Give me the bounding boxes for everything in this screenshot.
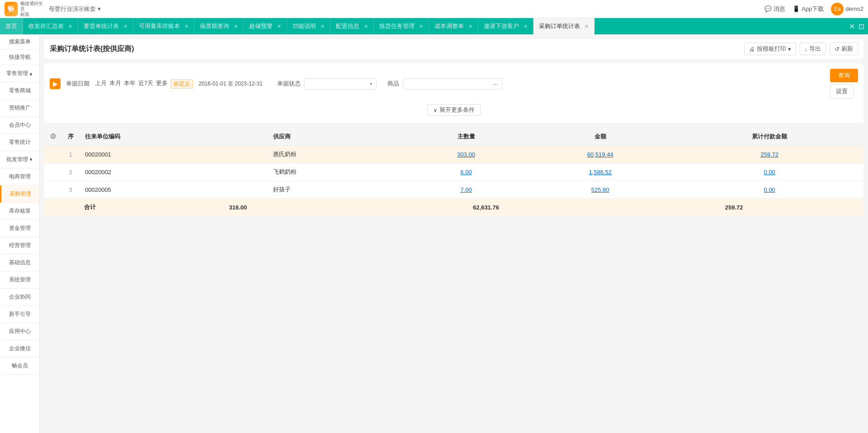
expand-conditions-row: ∨ 展开更多条件 [50,102,858,118]
tab-bar-end: ✕ ⊡ [845,22,868,31]
goods-more-icon[interactable]: ··· [493,81,498,87]
goods-input[interactable]: ··· [403,78,502,90]
row-amount[interactable]: 60,519.44 [525,146,675,163]
table-header: ⚙ 序 往来单位编码 供应商 主数量 金额 累计付款金额 [44,128,863,146]
sidebar-item-basic-info[interactable]: 基础信息 [0,254,39,271]
footer-amount: 62,631.76 [362,204,610,211]
tab-cost-adjust[interactable]: 成本调整单 ✕ [429,18,478,34]
sidebar-item-enterprise-wechat[interactable]: 企业微信 [0,340,39,357]
tab-close-icon[interactable]: ✕ [321,24,325,29]
row-amount[interactable]: 1,586.52 [525,163,675,181]
col-supplier-header: 供应商 [268,128,408,146]
tab-close-icon[interactable]: ✕ [585,24,589,29]
refresh-button[interactable]: ↺ 刷新 [830,43,858,55]
filter-toggle-button[interactable]: ▶ [50,78,61,89]
row-settings [44,146,61,163]
shortcut-last-month[interactable]: 上月 [95,79,107,89]
sidebar-item-app-center[interactable]: 应用中心 [0,323,39,340]
tab-close-all-button[interactable]: ✕ [849,22,855,31]
sidebar-search-menu[interactable]: 搜索菜单 [0,34,39,50]
sidebar-item-retail-store[interactable]: 零售商城 [0,82,39,100]
row-supplier: 惠氏奶粉 [268,146,408,163]
sidebar-item-operations[interactable]: 经营管理 [0,237,39,254]
sidebar-item-finance[interactable]: 资金管理 [0,220,39,237]
tab-function-desc[interactable]: 功能说明 ✕ [287,18,330,34]
row-quantity[interactable]: 7.00 [407,181,525,199]
page-header: 采购订单统计表(按供应商) 🖨 按模板打印 ▾ ↓ 导出 ↺ 刷新 [44,39,863,59]
row-paid-amount[interactable]: 0.00 [675,181,863,199]
settings-button[interactable]: 设置 [830,84,854,99]
sidebar-item-retail-stats[interactable]: 零售统计 [0,134,39,151]
tab-collect-send[interactable]: 收发存汇总表 ✕ [23,18,78,34]
shortcut-this-month[interactable]: 本月 [109,79,121,89]
row-quantity[interactable]: 6.00 [407,163,525,181]
row-paid-amount[interactable]: 259.72 [675,146,863,163]
filter-row-main: ▶ 单据日期 上月 本月 本年 近7天 更多 自定义 2016-01-01 至 … [50,69,858,99]
expand-conditions-button[interactable]: ∨ 展开更多条件 [427,104,481,116]
industry-selector[interactable]: 母婴行业演示账套 ▾ [49,5,760,13]
export-icon: ↓ [805,46,808,52]
top-bar: 畅 畅捷通好生意 标版 母婴行业演示账套 ▾ 💬 消息 📱 App下载 Ea d… [0,0,868,18]
shortcut-this-year[interactable]: 本年 [124,79,136,89]
tab-close-icon[interactable]: ✕ [419,24,423,29]
table-row: 3 00020005 好孩子 7.00 525.80 0.00 [44,181,863,199]
row-no: 3 [61,181,80,199]
chevron-up-icon: ▲ [29,71,33,76]
tab-pick-task[interactable]: 拣货任务管理 ✕ [374,18,429,34]
status-dropdown-icon: ▾ [370,81,373,87]
app-download-button[interactable]: 📱 App下载 [793,5,824,13]
tab-stock-ledger[interactable]: 可用量库存账本 ✕ [133,18,194,34]
user-avatar-area[interactable]: Ea demo2 [831,3,863,15]
col-settings-header[interactable]: ⚙ [44,128,61,146]
logo-icon: 畅 [5,2,18,16]
sidebar-item-member[interactable]: 会员中心 [0,117,39,134]
tab-home[interactable]: 首页 [0,18,23,34]
avatar-text: Ea [834,6,841,12]
row-quantity[interactable]: 303.00 [407,146,525,163]
sidebar-quick-nav[interactable]: 快捷导航 [0,50,39,65]
sidebar-item-vip[interactable]: 畅会员 [0,357,39,375]
main-layout: 搜索菜单 快捷导航 零售管理 ▲ 零售商城 营销推广 会员中心 零售统计 批发管… [0,34,868,433]
row-paid-amount[interactable]: 0.00 [675,163,863,181]
sidebar-item-marketing[interactable]: 营销推广 [0,100,39,117]
sidebar-item-system[interactable]: 系统管理 [0,271,39,289]
status-select-value [308,81,368,87]
tab-expiry-query[interactable]: 保质期查询 ✕ [194,18,244,34]
sidebar-item-wholesale[interactable]: 批发管理 ▼ [0,151,39,168]
sidebar-item-enterprise-coop[interactable]: 企业协同 [0,289,39,306]
tab-close-icon[interactable]: ✕ [524,24,528,29]
shortcut-more[interactable]: 更多 [156,79,168,89]
sidebar-item-ecommerce[interactable]: 电商管理 [0,168,39,186]
tab-close-icon[interactable]: ✕ [123,24,127,29]
sidebar-item-inventory[interactable]: 库存核算 [0,203,39,220]
sidebar-item-new-guide[interactable]: 新手引导 [0,306,39,323]
template-print-button[interactable]: 🖨 按模板打印 ▾ [744,43,796,55]
tab-close-icon[interactable]: ✕ [68,24,72,29]
sidebar-item-retail[interactable]: 零售管理 ▲ [0,65,39,82]
tab-config-info[interactable]: 配置信息 ✕ [330,18,374,34]
row-no: 2 [61,163,80,181]
tab-expand-button[interactable]: ⊡ [859,22,864,31]
tab-goods-summary[interactable]: 要货单统计表 ✕ [78,18,133,34]
tab-close-icon[interactable]: ✕ [364,24,368,29]
message-button[interactable]: 💬 消息 [764,5,785,13]
tab-purchase-summary[interactable]: 采购订单统计表 ✕ [533,18,594,34]
chevron-down-icon: ▾ [98,5,101,12]
data-table: ⚙ 序 往来单位编码 供应商 主数量 金额 累计付款金额 [44,128,863,199]
tab-close-icon[interactable]: ✕ [468,24,472,29]
export-button[interactable]: ↓ 导出 [800,43,826,55]
table-header-row: ⚙ 序 往来单位编码 供应商 主数量 金额 累计付款金额 [44,128,863,146]
row-settings [44,181,61,199]
tab-close-icon[interactable]: ✕ [184,24,189,29]
tab-close-icon[interactable]: ✕ [277,24,281,29]
sidebar-item-purchase[interactable]: 采购管理 [0,186,39,203]
shortcut-7days[interactable]: 近7天 [138,79,153,89]
tab-invite-downstream[interactable]: 邀请下游客户 ✕ [478,18,533,34]
tab-overstock[interactable]: 超储预警 ✕ [244,18,287,34]
table-container: ⚙ 序 往来单位编码 供应商 主数量 金额 累计付款金额 [44,128,863,216]
chevron-down-icon: ▼ [29,157,33,162]
query-button[interactable]: 查询 [830,69,858,82]
status-select[interactable]: ▾ [304,78,377,90]
tab-close-icon[interactable]: ✕ [234,24,238,29]
row-amount[interactable]: 525.80 [525,181,675,199]
